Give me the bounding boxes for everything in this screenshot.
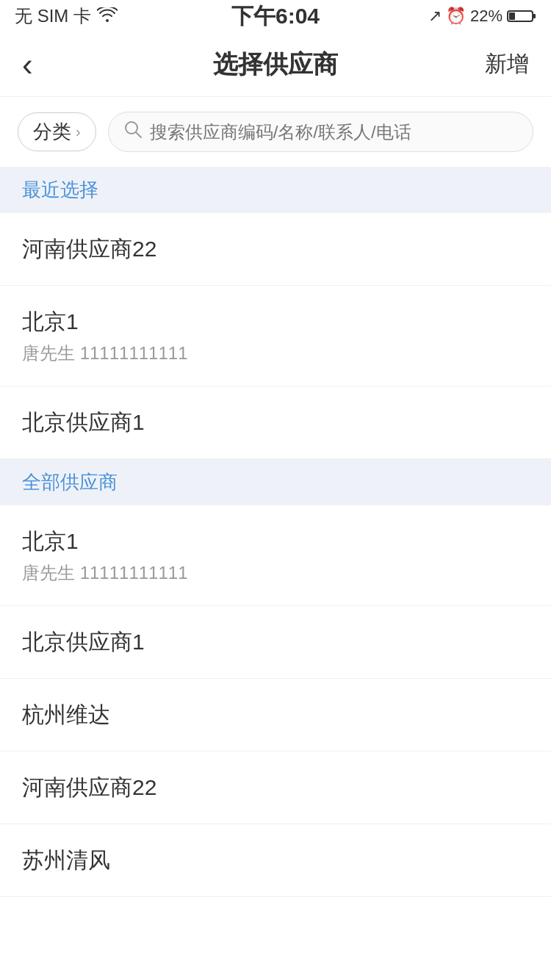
item-name: 北京供应商1 xyxy=(22,627,529,657)
svg-rect-2 xyxy=(509,12,515,20)
back-icon: ‹ xyxy=(22,48,33,81)
back-button[interactable]: ‹ xyxy=(22,48,66,81)
status-right: ↗ ⏰ 22% xyxy=(428,7,536,26)
add-button[interactable]: 新增 xyxy=(485,49,529,79)
battery-icon xyxy=(507,9,536,24)
list-item[interactable]: 北京供应商1 xyxy=(0,606,551,679)
chevron-right-icon: › xyxy=(76,123,81,140)
item-name: 北京供应商1 xyxy=(22,407,529,438)
nav-bar: ‹ 选择供应商 新增 xyxy=(0,32,551,97)
list-item[interactable]: 河南供应商22 xyxy=(0,752,551,824)
all-section-header: 全部供应商 xyxy=(0,459,551,505)
list-item[interactable]: 北京供应商1 xyxy=(0,386,551,459)
item-sub: 唐先生 11111111111 xyxy=(22,342,529,365)
item-sub: 唐先生 11111111111 xyxy=(22,561,529,585)
battery-text: 22% xyxy=(470,7,503,26)
search-icon xyxy=(123,120,143,144)
all-list: 北京1唐先生 11111111111北京供应商1杭州维达河南供应商22苏州清风 xyxy=(0,505,551,897)
page-title: 选择供应商 xyxy=(213,48,338,82)
recent-section-label: 最近选择 xyxy=(22,179,98,201)
category-label: 分类 xyxy=(33,119,71,145)
search-input[interactable] xyxy=(150,122,518,143)
alarm-icon: ⏰ xyxy=(446,7,466,26)
list-item[interactable]: 北京1唐先生 11111111111 xyxy=(0,505,551,606)
list-item[interactable]: 杭州维达 xyxy=(0,679,551,752)
item-name: 北京1 xyxy=(22,306,529,337)
wifi-icon xyxy=(97,6,118,26)
item-name: 北京1 xyxy=(22,526,529,557)
status-left: 无 SIM 卡 xyxy=(15,4,118,28)
category-button[interactable]: 分类 › xyxy=(18,112,96,151)
item-name: 河南供应商22 xyxy=(22,772,529,803)
svg-rect-1 xyxy=(533,14,536,18)
status-time: 下午6:04 xyxy=(231,1,320,32)
recent-list: 河南供应商22北京1唐先生 11111111111北京供应商1 xyxy=(0,213,551,459)
location-icon: ↗ xyxy=(428,7,442,26)
filter-bar: 分类 › xyxy=(0,97,551,167)
search-box[interactable] xyxy=(108,112,533,152)
all-section-label: 全部供应商 xyxy=(22,471,118,493)
status-bar: 无 SIM 卡 下午6:04 ↗ ⏰ 22% xyxy=(0,0,551,32)
item-name: 杭州维达 xyxy=(22,699,529,730)
no-sim-text: 无 SIM 卡 xyxy=(15,4,91,28)
list-item[interactable]: 北京1唐先生 11111111111 xyxy=(0,286,551,386)
item-name: 河南供应商22 xyxy=(22,234,529,264)
list-item[interactable]: 苏州清风 xyxy=(0,824,551,897)
svg-line-4 xyxy=(136,132,141,137)
item-name: 苏州清风 xyxy=(22,845,529,876)
list-item[interactable]: 河南供应商22 xyxy=(0,213,551,286)
recent-section-header: 最近选择 xyxy=(0,167,551,213)
